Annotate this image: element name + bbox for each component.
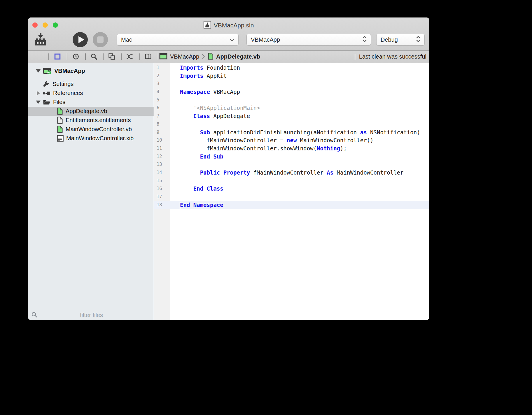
line-number: 2 bbox=[154, 72, 170, 80]
tree-item-entitlements[interactable]: Entitlements.entitlements bbox=[28, 116, 154, 125]
code-line[interactable]: End Sub bbox=[170, 153, 429, 161]
separator bbox=[355, 54, 355, 60]
window-title-area: VBMacApp.sln bbox=[204, 21, 254, 30]
separator bbox=[67, 53, 67, 60]
line-number: 5 bbox=[154, 96, 170, 104]
zoom-icon[interactable] bbox=[53, 22, 58, 28]
solution-tree: VBMacApp Settings bbox=[28, 63, 154, 310]
copy-squares-icon[interactable] bbox=[108, 53, 115, 60]
title-toolbar: VBMacApp.sln bbox=[28, 17, 429, 51]
code-line[interactable]: Public Property fMainWindowController As… bbox=[170, 169, 429, 177]
project-select[interactable]: VBMacApp bbox=[246, 34, 371, 45]
code-line[interactable] bbox=[170, 96, 429, 104]
references-icon bbox=[43, 91, 50, 96]
tree-item-label: Files bbox=[53, 99, 65, 105]
plain-file-icon bbox=[57, 117, 63, 124]
tree-item-label: Settings bbox=[52, 81, 74, 87]
tree-item-label: VBMacApp bbox=[54, 68, 85, 74]
line-number: 1 bbox=[154, 64, 170, 72]
code-line[interactable]: Namespace VBMacApp bbox=[170, 88, 429, 96]
chevron-right-icon[interactable] bbox=[37, 91, 40, 96]
breadcrumb-solution-icon[interactable] bbox=[159, 53, 167, 61]
filter-bar bbox=[28, 310, 154, 320]
stop-button[interactable] bbox=[93, 32, 108, 47]
line-number: 14 bbox=[154, 169, 170, 177]
folder-open-icon bbox=[43, 99, 50, 105]
tree-item-appdelegate[interactable]: AppDelegate.vb bbox=[28, 107, 154, 116]
line-number: 3 bbox=[154, 80, 170, 88]
tree-item-project[interactable]: VBMacApp bbox=[28, 66, 154, 75]
close-icon[interactable] bbox=[32, 22, 38, 28]
code-line[interactable]: Imports AppKit bbox=[170, 72, 429, 80]
separator bbox=[158, 53, 158, 60]
line-number: 4 bbox=[154, 88, 170, 96]
vb-file-icon bbox=[57, 126, 63, 133]
code-line[interactable]: Imports Foundation bbox=[170, 64, 429, 72]
code-line[interactable] bbox=[170, 120, 429, 129]
chevron-down-icon[interactable] bbox=[36, 69, 41, 73]
line-number: 7 bbox=[154, 112, 170, 120]
code-line[interactable]: Class AppDelegate bbox=[170, 112, 429, 120]
code-line[interactable] bbox=[170, 161, 429, 169]
filter-files-input[interactable] bbox=[28, 310, 155, 320]
line-number: 8 bbox=[154, 120, 170, 129]
search-icon[interactable] bbox=[90, 53, 97, 60]
breadcrumb-file-icon bbox=[208, 53, 214, 61]
xib-file-icon bbox=[57, 135, 64, 142]
line-number: 11 bbox=[154, 145, 170, 153]
tree-item-mainwindowcontroller-xib[interactable]: MainWindowController.xib bbox=[28, 134, 154, 143]
line-number: 17 bbox=[154, 193, 170, 201]
code-line[interactable]: fMainWindowController = new MainWindowCo… bbox=[170, 136, 429, 145]
breadcrumb-project[interactable]: VBMacApp bbox=[170, 53, 199, 60]
code-line[interactable] bbox=[170, 80, 429, 88]
code-line[interactable] bbox=[170, 193, 429, 201]
desktop: VBMacApp.sln bbox=[0, 0, 532, 415]
line-number: 10 bbox=[154, 136, 170, 145]
wrench-icon bbox=[43, 81, 50, 88]
code-lines[interactable]: Imports FoundationImports AppKitNamespac… bbox=[170, 63, 429, 320]
code-line[interactable] bbox=[170, 177, 429, 185]
chevron-updown-icon bbox=[416, 36, 420, 44]
history-clock-icon[interactable] bbox=[72, 53, 79, 60]
ide-window: VBMacApp.sln bbox=[28, 17, 429, 320]
separator bbox=[103, 53, 104, 60]
target-select[interactable]: Mac bbox=[117, 34, 239, 45]
window-title: VBMacApp.sln bbox=[214, 22, 254, 29]
line-number: 15 bbox=[154, 177, 170, 185]
code-line[interactable]: End Namespace bbox=[170, 201, 429, 209]
chevron-down-icon[interactable] bbox=[36, 101, 41, 104]
book-icon[interactable] bbox=[145, 53, 152, 60]
tree-item-references[interactable]: References bbox=[28, 89, 154, 98]
minimize-icon[interactable] bbox=[43, 22, 48, 28]
run-button[interactable] bbox=[73, 32, 88, 47]
tree-item-files[interactable]: Files bbox=[28, 98, 154, 107]
code-line[interactable]: End Class bbox=[170, 185, 429, 193]
tree-item-label: AppDelegate.vb bbox=[66, 108, 107, 115]
config-select-value: Debug bbox=[381, 36, 398, 43]
tree-item-settings[interactable]: Settings bbox=[28, 80, 154, 89]
code-line[interactable]: '<NSApplicationMain> bbox=[170, 104, 429, 112]
tree-item-mainwindowcontroller-vb[interactable]: MainWindowController.vb bbox=[28, 125, 154, 134]
content-area: VBMacApp Settings bbox=[28, 63, 429, 320]
breadcrumb-file[interactable]: AppDelegate.vb bbox=[216, 53, 260, 60]
tree-item-label: References bbox=[53, 90, 83, 96]
line-number: 16 bbox=[154, 185, 170, 193]
connections-icon[interactable] bbox=[126, 53, 133, 60]
tree-item-label: MainWindowController.vb bbox=[66, 126, 132, 133]
line-number: 18 bbox=[154, 201, 170, 209]
separator bbox=[48, 53, 49, 60]
separator bbox=[121, 53, 122, 60]
gutter: 123456789101112131415161718 bbox=[154, 63, 170, 320]
text-caret bbox=[180, 202, 180, 209]
code-line[interactable]: fMainWindowController.showWindow(Nothing… bbox=[170, 145, 429, 153]
build-install-icon[interactable] bbox=[33, 32, 48, 47]
solution-flame-icon bbox=[204, 21, 211, 30]
line-number: 12 bbox=[154, 153, 170, 161]
code-line[interactable]: Sub applicationDidFinishLaunching(aNotif… bbox=[170, 129, 429, 137]
config-select[interactable]: Debug bbox=[376, 34, 425, 45]
chevron-right-icon bbox=[202, 54, 205, 60]
vb-file-icon bbox=[57, 108, 63, 115]
line-number: 6 bbox=[154, 104, 170, 112]
project-select-value: VBMacApp bbox=[251, 36, 280, 43]
solution-pad-icon[interactable] bbox=[54, 53, 61, 60]
